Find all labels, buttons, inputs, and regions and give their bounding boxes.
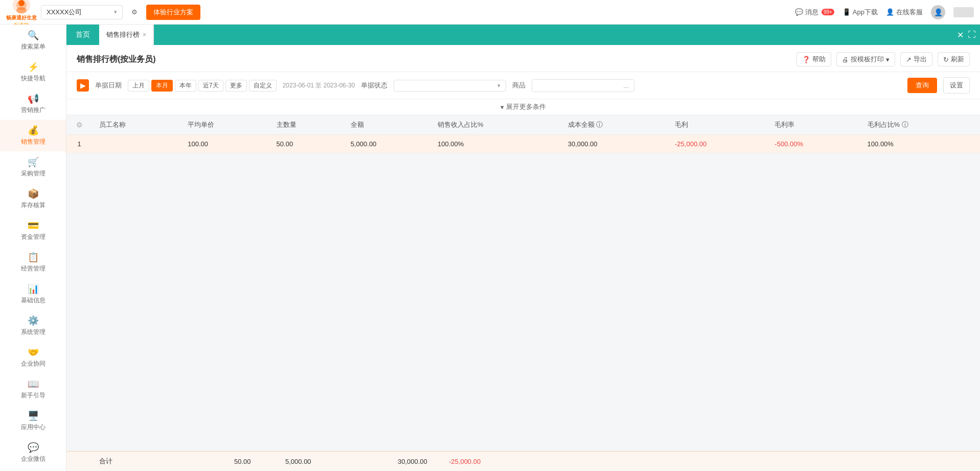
sidebar-label-4: 采购管理 [21, 169, 45, 178]
service-icon: 👤 [886, 8, 894, 16]
sidebar-label-3: 销售管理 [21, 138, 45, 146]
sidebar-item-14[interactable]: 👑畅会员 [0, 468, 66, 471]
this-month-btn[interactable]: 本月 [151, 80, 173, 92]
sidebar-label-11: 新手引导 [21, 391, 45, 400]
goods-filter-label: 商品 [512, 81, 526, 90]
company-selector[interactable]: XXXXX公司 ▾ [41, 5, 123, 19]
column-settings-icon[interactable]: ⚙ [76, 121, 83, 129]
settings-icon[interactable]: ⚙ [127, 5, 142, 20]
message-icon: 💬 [795, 8, 803, 16]
tab-close-icon[interactable]: × [143, 31, 146, 38]
footer-cost: 30,000.00 [391, 458, 442, 465]
user-name [953, 7, 974, 17]
query-button[interactable]: 查询 [907, 78, 937, 93]
messages-button[interactable]: 💬 消息 99+ [795, 8, 834, 17]
last-month-btn[interactable]: 上月 [128, 80, 149, 92]
sidebar-item-8[interactable]: 📊基础信息 [0, 278, 66, 310]
help-button[interactable]: ❓ 帮助 [796, 52, 831, 66]
user-avatar[interactable]: 👤 [931, 5, 945, 19]
logo-title: 畅康通好生意 [6, 14, 37, 21]
sidebar-icon-4: 🛒 [28, 156, 39, 168]
goods-input-field[interactable] [537, 82, 623, 89]
top-bar-right: 💬 消息 99+ 📱 App下载 👤 在线客服 👤 [795, 5, 974, 19]
sidebar-item-6[interactable]: 💳资金管理 [0, 215, 66, 246]
cell-rank-0: 1 [66, 135, 92, 153]
sidebar-item-11[interactable]: 📖新手引导 [0, 373, 66, 405]
top-bar: 畅康通好生意 标准版 XXXXX公司 ▾ ⚙ 体验行业方案 💬 消息 99+ 📱… [0, 0, 980, 25]
cell-name-0 [92, 135, 180, 153]
sidebar-item-13[interactable]: 💬企业微信 [0, 437, 66, 468]
sidebar-icon-11: 📖 [28, 378, 39, 390]
refresh-icon: ↻ [943, 56, 949, 63]
sidebar: 🔍搜索菜单⚡快捷导航📢营销推广💰销售管理🛒采购管理📦库存核算💳资金管理📋经营管理… [0, 25, 66, 471]
expand-more-label: 展开更多条件 [506, 102, 546, 111]
sidebar-item-12[interactable]: 🖥️应用中心 [0, 405, 66, 437]
custom-btn[interactable]: 自定义 [249, 80, 277, 92]
sidebar-label-6: 资金管理 [21, 233, 45, 241]
last7-btn[interactable]: 近7天 [198, 80, 223, 92]
print-button[interactable]: 🖨 按模板打印 ▾ [836, 52, 895, 66]
settings-button[interactable]: 设置 [943, 77, 970, 94]
cell-gross-pct-0: 100.00% [860, 135, 980, 153]
date-range-display: 2023-06-01 至 2023-06-30 [283, 81, 355, 90]
cell-sales-pct-0: 100.00% [430, 135, 561, 153]
goods-more-icon: ... [623, 82, 629, 89]
more-date-btn[interactable]: 更多 [225, 80, 247, 92]
sidebar-item-4[interactable]: 🛒采购管理 [0, 151, 66, 183]
sidebar-item-5[interactable]: 📦库存核算 [0, 183, 66, 215]
sidebar-icon-7: 📋 [28, 252, 39, 263]
export-button[interactable]: ↗ 导出 [900, 52, 932, 66]
th-gross: 毛利 [668, 115, 767, 135]
page-actions: ❓ 帮助 🖨 按模板打印 ▾ ↗ 导出 ↻ [796, 52, 970, 66]
sidebar-icon-12: 🖥️ [28, 410, 39, 421]
sidebar-item-9[interactable]: ⚙️系统管理 [0, 310, 66, 342]
th-quantity: 主数量 [269, 115, 344, 135]
sidebar-icon-1: ⚡ [28, 61, 39, 73]
goods-input[interactable]: ... [532, 79, 634, 92]
table-container: ⚙ 员工名称 平均单价 主数量 全额 销售收入占比% 成本全额 ⓘ 毛利 毛利率 [66, 115, 980, 153]
sidebar-item-10[interactable]: 🤝企业协同 [0, 342, 66, 373]
tab-close-window-icon[interactable]: ✕ [957, 30, 964, 40]
sidebar-icon-10: 🤝 [28, 347, 39, 358]
sidebar-label-7: 经营管理 [21, 264, 45, 273]
footer-label: 合计 [99, 457, 176, 466]
sidebar-item-0[interactable]: 🔍搜索菜单 [0, 25, 66, 56]
tab-home[interactable]: 首页 [66, 25, 99, 45]
date-filter-buttons: 上月 本月 本年 近7天 更多 自定义 [128, 80, 277, 92]
this-year-btn[interactable]: 本年 [175, 80, 196, 92]
sidebar-icon-8: 📊 [28, 283, 39, 295]
svg-point-3 [16, 7, 27, 13]
sidebar-label-10: 企业协同 [21, 360, 45, 368]
table-row-0: 1 100.00 50.00 5,000.00 100.00% 30,000.0… [66, 135, 980, 153]
sidebar-item-1[interactable]: ⚡快捷导航 [0, 56, 66, 88]
filter-arrow-icon[interactable]: ▶ [77, 79, 89, 92]
refresh-button[interactable]: ↻ 刷新 [938, 52, 970, 66]
table-body: 1 100.00 50.00 5,000.00 100.00% 30,000.0… [66, 135, 980, 153]
print-icon: 🖨 [842, 56, 849, 63]
status-select[interactable]: ▾ [394, 80, 506, 92]
sidebar-item-2[interactable]: 📢营销推广 [0, 88, 66, 120]
trial-button[interactable]: 体验行业方案 [146, 5, 200, 20]
app-download-button[interactable]: 📱 App下载 [842, 8, 878, 17]
app-container: 畅康通好生意 标准版 XXXXX公司 ▾ ⚙ 体验行业方案 💬 消息 99+ 📱… [0, 0, 980, 471]
logo-icon [12, 0, 31, 14]
main-content: 销售排行榜(按业务员) ❓ 帮助 🖨 按模板打印 ▾ ↗ [66, 45, 980, 471]
status-dropdown-icon: ▾ [497, 82, 500, 89]
sidebar-item-7[interactable]: 📋经营管理 [0, 246, 66, 278]
sidebar-item-3[interactable]: 💰销售管理 [0, 120, 66, 151]
tab-sales-ranking[interactable]: 销售排行榜 × [99, 25, 154, 45]
tab-sales-label: 销售排行榜 [106, 30, 140, 39]
sidebar-label-2: 营销推广 [21, 106, 45, 115]
tab-maximize-icon[interactable]: ⛶ [968, 30, 976, 39]
th-avg-price: 平均单价 [180, 115, 269, 135]
help-icon: ❓ [802, 56, 810, 63]
print-dropdown-icon: ▾ [886, 56, 890, 63]
online-service-button[interactable]: 👤 在线客服 [886, 8, 923, 17]
sidebar-label-0: 搜索菜单 [21, 42, 45, 51]
sidebar-icon-2: 📢 [28, 93, 39, 104]
page-header: 销售排行榜(按业务员) ❓ 帮助 🖨 按模板打印 ▾ ↗ [66, 45, 980, 72]
expand-more-button[interactable]: ▾ 展开更多条件 [500, 102, 546, 111]
online-service-label: 在线客服 [896, 8, 923, 17]
table-wrapper: ⚙ 员工名称 平均单价 主数量 全额 销售收入占比% 成本全额 ⓘ 毛利 毛利率 [66, 115, 980, 153]
footer-gross: -25,000.00 [442, 458, 493, 465]
